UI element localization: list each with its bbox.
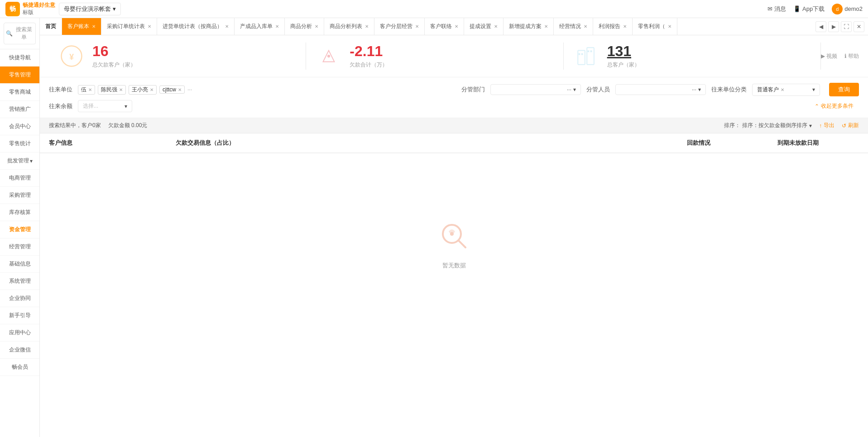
- query-button[interactable]: 查询: [829, 83, 859, 96]
- collapse-button[interactable]: ⌃ 收起更多条件: [809, 100, 859, 112]
- message-icon: ✉: [767, 5, 772, 12]
- tab-customer-segment[interactable]: 客户分层经营 ✕: [374, 18, 425, 35]
- credit-select[interactable]: 选择... ▾: [78, 100, 132, 112]
- credit-placeholder: 选择...: [83, 102, 98, 110]
- sidebar-item-member[interactable]: 会员中心: [0, 118, 39, 135]
- tab-new-raise[interactable]: 新增提成方案 ✕: [504, 18, 554, 35]
- unit-tag-cjttcw-close[interactable]: ✕: [178, 87, 182, 92]
- sidebar-item-app-center[interactable]: 应用中心: [0, 324, 39, 342]
- tab-close-13[interactable]: ✕: [668, 24, 671, 29]
- category-arrow-icon: ▾: [812, 86, 815, 93]
- tab-close-11[interactable]: ✕: [584, 24, 587, 29]
- tab-close-2[interactable]: ✕: [148, 24, 151, 29]
- empty-state: 暂无数据: [427, 191, 481, 297]
- tab-purchase-order-stats[interactable]: 采购订单统计表 ✕: [101, 18, 157, 35]
- top-bar: 畅 畅捷通好生意 标版 母婴行业演示帐套 ▾ ✉ 消息 📱 App下载 d de…: [0, 0, 868, 18]
- user-avatar[interactable]: d demo2: [832, 4, 863, 14]
- sidebar-item-inventory[interactable]: 库存核算: [0, 204, 39, 221]
- sidebar-item-ecommerce[interactable]: 电商管理: [0, 170, 39, 187]
- empty-text: 暂无数据: [436, 261, 472, 270]
- empty-icon: [436, 218, 472, 254]
- customers-icon: ¥: [58, 43, 85, 70]
- svg-point-11: [450, 232, 454, 236]
- person-select[interactable]: ··· ▾: [615, 84, 706, 95]
- unit-category-tag: 普通客户 ✕: [757, 86, 784, 94]
- tab-ops-status[interactable]: 经营情况 ✕: [554, 18, 593, 35]
- unit-tag-more[interactable]: ···: [187, 86, 192, 93]
- stat-content-3: 131 总客户（家）: [607, 44, 640, 69]
- sidebar-item-member-vip[interactable]: 畅会员: [0, 359, 39, 376]
- play-icon: ▶: [821, 53, 825, 59]
- sort-selector[interactable]: 排序： 排序：按欠款金额倒序排序 ▾: [724, 122, 812, 129]
- tab-close-8[interactable]: ✕: [455, 24, 458, 29]
- sidebar-item-enterprise-coop[interactable]: 企业协同: [0, 290, 39, 307]
- app-download-btn[interactable]: 📱 App下载: [793, 5, 825, 13]
- unit-tag-wu: 伍 ✕: [78, 85, 95, 95]
- search-menu-btn[interactable]: 🔍 搜索菜单: [4, 23, 36, 44]
- tab-close-5[interactable]: ✕: [315, 24, 318, 29]
- sidebar-item-marketing[interactable]: 营销推广: [0, 101, 39, 118]
- tab-home[interactable]: 首页: [40, 18, 62, 35]
- dept-select[interactable]: ··· ▾: [490, 84, 581, 95]
- sidebar-item-quick-nav[interactable]: 快捷导航: [0, 49, 39, 66]
- tab-product-analysis[interactable]: 商品分析 ✕: [285, 18, 324, 35]
- tab-close-all[interactable]: ✕: [854, 21, 864, 32]
- unit-tag-wu-close[interactable]: ✕: [88, 87, 92, 92]
- debt-icon: [315, 43, 342, 70]
- tab-profit-report[interactable]: 利润报告 ✕: [593, 18, 633, 35]
- unit-tag-wang: 王小亮 ✕: [129, 85, 157, 95]
- refresh-button[interactable]: ↺ 刷新: [842, 122, 859, 129]
- tab-close-9[interactable]: ✕: [494, 24, 498, 29]
- sidebar-item-basic-info[interactable]: 基础信息: [0, 256, 39, 273]
- sidebar-item-finance[interactable]: 资金管理: [0, 221, 39, 238]
- stat-help: ▶ 视频 ℹ 帮助: [821, 52, 859, 60]
- person-dots-icon: ···: [692, 86, 696, 93]
- sidebar-item-operations[interactable]: 经营管理: [0, 238, 39, 256]
- tab-raise-settings[interactable]: 提成设置 ✕: [464, 18, 504, 35]
- sidebar-item-enterprise-wechat[interactable]: 企业微信: [0, 342, 39, 359]
- tab-close-customer-book[interactable]: ✕: [92, 24, 96, 29]
- brand-name: 畅捷通好生意: [23, 2, 55, 9]
- sidebar: 🔍 搜索菜单 快捷导航 零售管理 零售商城 营销推广 会员中心 零售统计 批发管…: [0, 18, 40, 437]
- tab-stock-stats[interactable]: 进货单统计表（按商品） ✕: [157, 18, 235, 35]
- unit-category-select[interactable]: 普通客户 ✕ ▾: [752, 84, 820, 96]
- stat-content-1: 16 总欠款客户（家）: [92, 44, 136, 69]
- unit-tag-wang-close[interactable]: ✕: [150, 87, 153, 92]
- sidebar-item-newbie[interactable]: 新手引导: [0, 307, 39, 324]
- tab-close-3[interactable]: ✕: [225, 24, 229, 29]
- tab-scroll-right[interactable]: ▶: [828, 21, 839, 32]
- tab-retail-profit[interactable]: 零售利润（ ✕: [633, 18, 677, 35]
- unit-tag-cjttcw: cjttcw ✕: [159, 86, 185, 94]
- tab-close-7[interactable]: ✕: [415, 24, 419, 29]
- tab-maximize[interactable]: ⛶: [841, 21, 852, 32]
- avatar-icon: d: [832, 4, 843, 14]
- sidebar-item-retail-manage[interactable]: 零售管理: [0, 66, 39, 84]
- tab-customer-contact[interactable]: 客户联络 ✕: [425, 18, 464, 35]
- logo-area: 畅 畅捷通好生意 标版: [5, 2, 55, 16]
- sidebar-item-purchase[interactable]: 采购管理: [0, 187, 39, 204]
- person-label: 分管人员: [586, 86, 610, 94]
- tab-close-4[interactable]: ✕: [275, 24, 279, 29]
- export-button[interactable]: ↑ 导出: [819, 122, 834, 129]
- sidebar-item-wholesale[interactable]: 批发管理 ▾: [0, 152, 39, 170]
- tab-close-6[interactable]: ✕: [365, 24, 369, 29]
- tab-product-analysis-list[interactable]: 商品分析列表 ✕: [324, 18, 374, 35]
- tab-production-stock[interactable]: 产成品入库单 ✕: [235, 18, 285, 35]
- tab-customer-book[interactable]: 客户账本 ✕: [62, 18, 101, 35]
- tab-close-12[interactable]: ✕: [623, 24, 627, 29]
- unit-tag-chen-close[interactable]: ✕: [119, 87, 123, 92]
- sidebar-item-retail-mall[interactable]: 零售商城: [0, 84, 39, 101]
- sidebar-item-system[interactable]: 系统管理: [0, 273, 39, 290]
- store-selector[interactable]: 母婴行业演示帐套 ▾: [59, 3, 121, 15]
- category-tag-close[interactable]: ✕: [781, 87, 784, 92]
- message-btn[interactable]: ✉ 消息: [767, 5, 786, 13]
- manual-help-btn[interactable]: ℹ 帮助: [844, 52, 859, 60]
- stat-label-customers: 总欠款客户（家）: [92, 61, 136, 69]
- tab-close-10[interactable]: ✕: [544, 24, 548, 29]
- th-repayment: 回款情况: [678, 133, 768, 152]
- logo-text: 畅捷通好生意 标版: [23, 2, 55, 16]
- export-icon: ↑: [819, 123, 822, 129]
- video-help-btn[interactable]: ▶ 视频: [821, 52, 837, 60]
- sidebar-item-retail-stat[interactable]: 零售统计: [0, 135, 39, 152]
- tab-scroll-left[interactable]: ◀: [815, 21, 826, 32]
